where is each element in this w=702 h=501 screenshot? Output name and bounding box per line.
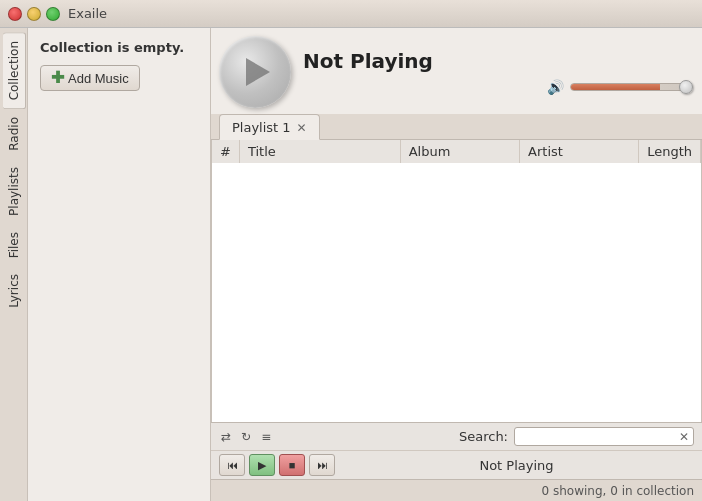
play-triangle-icon bbox=[246, 58, 270, 86]
add-music-label: Add Music bbox=[68, 71, 129, 86]
volume-icon: 🔊 bbox=[547, 79, 564, 95]
previous-icon: ⏮ bbox=[227, 459, 238, 471]
statusbar: 0 showing, 0 in collection bbox=[211, 479, 702, 501]
volume-slider-thumb[interactable] bbox=[679, 80, 693, 94]
queue-button[interactable]: ≡ bbox=[259, 428, 273, 446]
volume-row: 🔊 bbox=[303, 79, 690, 95]
shuffle-button[interactable]: ⇄ bbox=[219, 428, 233, 446]
maximize-button[interactable] bbox=[46, 7, 60, 21]
window-buttons bbox=[8, 7, 60, 21]
sidebar-item-radio[interactable]: Radio bbox=[3, 109, 25, 159]
column-header-length[interactable]: Length bbox=[639, 140, 701, 163]
search-clear-button[interactable]: ✕ bbox=[679, 430, 689, 444]
search-input[interactable] bbox=[519, 429, 679, 444]
repeat-button[interactable]: ↻ bbox=[239, 428, 253, 446]
sidebar-item-playlists[interactable]: Playlists bbox=[3, 159, 25, 224]
next-icon: ⏭ bbox=[317, 459, 328, 471]
vertical-tab-strip: Collection Radio Playlists Files Lyrics bbox=[0, 28, 28, 501]
player-header: Not Playing 🔊 bbox=[211, 28, 702, 114]
collection-empty-message: Collection is empty. bbox=[40, 40, 198, 55]
play-pause-button[interactable]: ▶ bbox=[249, 454, 275, 476]
volume-slider-fill bbox=[571, 84, 660, 90]
plus-icon: ✚ bbox=[51, 70, 64, 86]
add-music-button[interactable]: ✚ Add Music bbox=[40, 65, 140, 91]
stop-button[interactable]: ■ bbox=[279, 454, 305, 476]
playlist-tab-close[interactable]: ✕ bbox=[297, 121, 307, 135]
playlist-table-container[interactable]: # Title Album Artist Length bbox=[211, 140, 702, 422]
playlist-tab-label: Playlist 1 bbox=[232, 120, 291, 135]
search-input-container: ✕ bbox=[514, 427, 694, 446]
main-play-button[interactable] bbox=[219, 36, 291, 108]
search-label: Search: bbox=[459, 429, 508, 444]
sidebar-item-collection[interactable]: Collection bbox=[3, 32, 26, 109]
transport-status: Not Playing bbox=[459, 458, 575, 473]
column-header-number[interactable]: # bbox=[212, 140, 239, 163]
close-button[interactable] bbox=[8, 7, 22, 21]
player-info: Not Playing 🔊 bbox=[303, 49, 690, 95]
playlist-table: # Title Album Artist Length bbox=[212, 140, 701, 163]
sidebar-item-lyrics[interactable]: Lyrics bbox=[3, 266, 25, 316]
table-header-row: # Title Album Artist Length bbox=[212, 140, 701, 163]
play-icon: ▶ bbox=[258, 459, 266, 472]
player-status-title: Not Playing bbox=[303, 49, 690, 73]
volume-slider[interactable] bbox=[570, 83, 690, 91]
titlebar: Exaile bbox=[0, 0, 702, 28]
play-button-container bbox=[219, 36, 291, 108]
stop-icon: ■ bbox=[289, 459, 296, 471]
next-button[interactable]: ⏭ bbox=[309, 454, 335, 476]
column-header-album[interactable]: Album bbox=[400, 140, 519, 163]
main-layout: Collection Radio Playlists Files Lyrics … bbox=[0, 28, 702, 501]
previous-button[interactable]: ⏮ bbox=[219, 454, 245, 476]
sidebar-item-files[interactable]: Files bbox=[3, 224, 25, 266]
controls-row-2: ⏮ ▶ ■ ⏭ Not Playing bbox=[211, 450, 702, 479]
status-text: 0 showing, 0 in collection bbox=[542, 484, 694, 498]
left-panel: Collection is empty. ✚ Add Music bbox=[28, 28, 211, 501]
playlist-tab-1[interactable]: Playlist 1 ✕ bbox=[219, 114, 320, 140]
column-header-title[interactable]: Title bbox=[239, 140, 400, 163]
right-panel: Not Playing 🔊 Playlist 1 ✕ bbox=[211, 28, 702, 501]
window-title: Exaile bbox=[68, 6, 107, 21]
minimize-button[interactable] bbox=[27, 7, 41, 21]
column-header-artist[interactable]: Artist bbox=[520, 140, 639, 163]
playlist-tabs: Playlist 1 ✕ bbox=[211, 114, 702, 140]
controls-row-1: ⇄ ↻ ≡ Search: ✕ bbox=[211, 422, 702, 450]
